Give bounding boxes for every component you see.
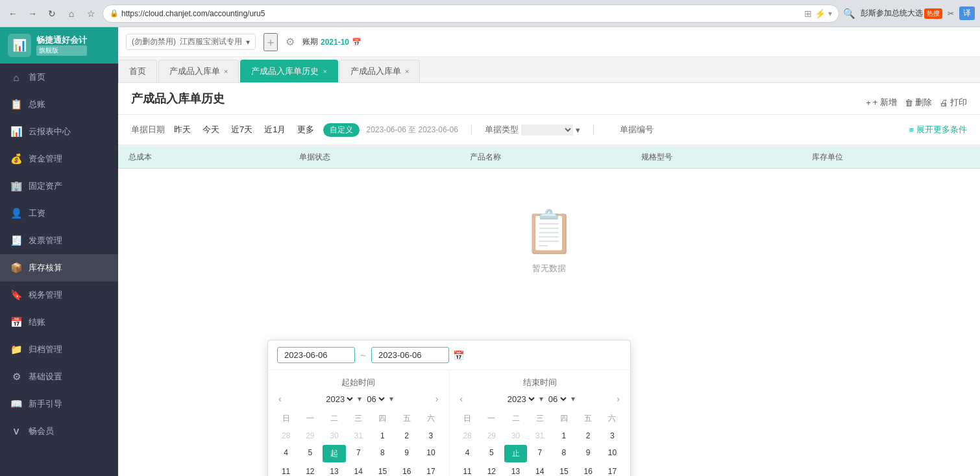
tab-home[interactable]: 首页 xyxy=(118,60,157,82)
start-day[interactable]: 1 xyxy=(371,428,394,444)
start-prev-btn[interactable]: ‹ xyxy=(275,392,286,405)
end-day[interactable]: 14 xyxy=(528,464,551,476)
chevron-down-icon[interactable]: ▾ xyxy=(828,9,832,18)
end-month-select[interactable]: 06 xyxy=(546,394,569,405)
end-day[interactable]: 28 xyxy=(456,428,479,444)
start-day-selected[interactable]: 起 xyxy=(323,445,345,462)
forward-button[interactable]: → xyxy=(25,6,40,21)
sidebar-item-archive[interactable]: 📁 归档管理 xyxy=(0,336,118,363)
end-prev-btn[interactable]: ‹ xyxy=(456,392,467,405)
shortcut-7days[interactable]: 近7天 xyxy=(228,123,255,137)
start-day[interactable]: 3 xyxy=(419,428,442,444)
start-day[interactable]: 13 xyxy=(323,464,345,476)
end-day[interactable]: 15 xyxy=(552,464,575,476)
end-day[interactable]: 7 xyxy=(528,445,551,462)
start-day[interactable]: 8 xyxy=(371,445,394,462)
end-day[interactable]: 17 xyxy=(601,464,624,476)
sidebar-item-inventory[interactable]: 📦 库存核算 xyxy=(0,254,118,281)
start-day[interactable]: 17 xyxy=(419,464,442,476)
custom-filter-btn[interactable]: 自定义 xyxy=(323,123,360,137)
sidebar-item-tax[interactable]: 🔖 税务管理 xyxy=(0,281,118,309)
start-day[interactable]: 14 xyxy=(347,464,370,476)
end-day[interactable]: 8 xyxy=(552,445,575,462)
print-button[interactable]: 🖨 打印 xyxy=(940,97,967,108)
shortcut-today[interactable]: 今天 xyxy=(200,123,222,137)
sidebar-item-ledger[interactable]: 📋 总账 xyxy=(0,91,118,118)
sidebar-item-settle[interactable]: 📅 结账 xyxy=(0,309,118,336)
refresh-button[interactable]: ↻ xyxy=(44,6,60,21)
shortcut-1month[interactable]: 近1月 xyxy=(262,123,288,137)
end-day[interactable]: 3 xyxy=(601,428,624,444)
end-day-selected[interactable]: 止 xyxy=(504,445,527,462)
end-day[interactable]: 31 xyxy=(528,428,551,444)
end-day[interactable]: 4 xyxy=(456,445,479,462)
start-calendar-grid: 日 一 二 三 四 五 六 28 29 30 31 1 xyxy=(275,411,443,476)
end-day[interactable]: 10 xyxy=(601,445,624,462)
start-day[interactable]: 9 xyxy=(395,445,418,462)
tab-close-icon[interactable]: × xyxy=(224,67,228,75)
sidebar-logo[interactable]: 📊 畅捷通好会计 旗舰版 xyxy=(0,27,118,64)
start-day[interactable]: 5 xyxy=(299,445,321,462)
sidebar-item-salary[interactable]: 👤 工资 xyxy=(0,200,118,227)
end-day[interactable]: 1 xyxy=(552,428,575,444)
shortcut-yesterday[interactable]: 昨天 xyxy=(171,123,193,137)
start-day[interactable]: 2 xyxy=(395,428,418,444)
star-button[interactable]: ☆ xyxy=(83,6,99,21)
start-day[interactable]: 31 xyxy=(347,428,370,444)
end-day[interactable]: 16 xyxy=(577,464,600,476)
end-day[interactable]: 11 xyxy=(456,464,479,476)
url-bar[interactable]: 🔒 https://cloud.chanjet.com/accounting/u… xyxy=(103,5,839,23)
end-day[interactable]: 5 xyxy=(480,445,503,462)
start-day[interactable]: 4 xyxy=(275,445,297,462)
delete-button[interactable]: 🗑 删除 xyxy=(905,97,932,108)
shortcut-more[interactable]: 更多 xyxy=(295,123,317,137)
end-day[interactable]: 13 xyxy=(504,464,527,476)
start-year-select[interactable]: 2023 xyxy=(323,394,355,405)
type-select[interactable] xyxy=(521,125,573,136)
add-company-button[interactable]: ＋ xyxy=(263,33,278,51)
expand-more-btn[interactable]: ≡ 展开更多条件 xyxy=(909,124,967,136)
start-day[interactable]: 16 xyxy=(395,464,418,476)
sidebar-item-invoice[interactable]: 🧾 发票管理 xyxy=(0,227,118,254)
end-day[interactable]: 9 xyxy=(577,445,600,462)
sidebar-item-label: 云报表中心 xyxy=(29,126,71,137)
start-day[interactable]: 15 xyxy=(371,464,394,476)
end-day[interactable]: 2 xyxy=(577,428,600,444)
start-day[interactable]: 12 xyxy=(299,464,321,476)
sidebar-item-reports[interactable]: 📊 云报表中心 xyxy=(0,118,118,145)
tab-product-in-2[interactable]: 产成品入库单 × xyxy=(339,60,420,82)
start-next-btn[interactable]: › xyxy=(432,392,443,405)
back-button[interactable]: ← xyxy=(5,6,21,21)
end-day[interactable]: 12 xyxy=(480,464,503,476)
sidebar-item-home[interactable]: ⌂ 首页 xyxy=(0,64,118,91)
start-day[interactable]: 30 xyxy=(323,428,345,444)
start-date-input[interactable] xyxy=(277,347,355,363)
translate-icon[interactable]: 译 xyxy=(959,6,975,20)
start-month-select[interactable]: 06 xyxy=(364,394,387,405)
calendar-icon[interactable]: 📅 xyxy=(352,38,361,47)
start-day[interactable]: 7 xyxy=(347,445,370,462)
settings-icon[interactable]: ⚙ xyxy=(286,36,295,48)
start-day[interactable]: 10 xyxy=(419,445,442,462)
end-day[interactable]: 30 xyxy=(504,428,527,444)
end-year-select[interactable]: 2023 xyxy=(505,394,537,405)
start-day[interactable]: 11 xyxy=(275,464,297,476)
end-date-input[interactable] xyxy=(371,347,449,363)
sidebar-item-assets[interactable]: 🏢 固定资产 xyxy=(0,173,118,200)
sidebar-item-funds[interactable]: 💰 资金管理 xyxy=(0,145,118,173)
tab-product-in[interactable]: 产成品入库单 × xyxy=(158,60,239,82)
tab-close-icon[interactable]: × xyxy=(323,67,326,75)
sidebar-item-settings[interactable]: ⚙ 基础设置 xyxy=(0,363,118,390)
company-selector[interactable]: (勿删勿禁用) 江西服宝测试专用 ▾ xyxy=(126,34,256,50)
sidebar-item-vip[interactable]: V 畅会员 xyxy=(0,418,118,445)
tab-close-icon[interactable]: × xyxy=(405,67,409,75)
calendar-picker-icon[interactable]: 📅 xyxy=(453,350,464,361)
start-day[interactable]: 28 xyxy=(275,428,297,444)
start-day[interactable]: 29 xyxy=(299,428,321,444)
add-button[interactable]: + + 新增 xyxy=(866,97,897,108)
home-button[interactable]: ⌂ xyxy=(64,6,79,21)
sidebar-item-guide[interactable]: 📖 新手引导 xyxy=(0,390,118,418)
end-day[interactable]: 29 xyxy=(480,428,503,444)
end-next-btn[interactable]: › xyxy=(613,392,624,405)
tab-product-in-history[interactable]: 产成品入库单历史 × xyxy=(240,60,337,82)
